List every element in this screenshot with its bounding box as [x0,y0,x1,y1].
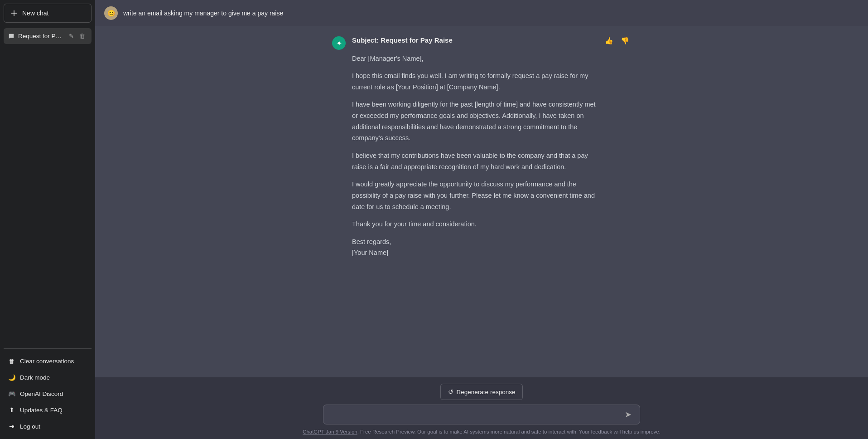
sidebar-divider [4,348,92,349]
conversation-actions: ✎ 🗑 [67,32,87,40]
sidebar-item-dark-label: Dark mode [20,374,50,381]
footer-text: ChatGPT Jan 9 Version. Free Research Pre… [303,429,661,437]
response-para-2: I have been working diligently for the p… [352,99,597,144]
response-area: ✦ Subject: Request for Pay Raise Dear [M… [95,26,868,377]
response-feedback: 👍 👎 [603,36,631,45]
response-para-1: I hope this email finds you well. I am w… [352,70,597,93]
user-message-bar: 😊 write an email asking my manager to gi… [95,0,868,26]
response-para-6: Best regards,[Your Name] [352,236,597,259]
sidebar-item-updates[interactable]: ⬆ Updates & FAQ [4,402,92,418]
response-para-4: I would greatly appreciate the opportuni… [352,179,597,212]
response-para-0: Dear [Manager's Name], [352,53,597,64]
chat-icon [8,33,14,39]
logout-icon: ⇥ [8,423,15,430]
thumbs-down-button[interactable]: 👎 [619,36,631,45]
response-para-5: Thank you for your time and consideratio… [352,219,597,230]
conversation-list: Request for Pay Raise ✎ 🗑 [0,26,95,346]
user-avatar: 😊 [104,6,118,20]
footer-description: . Free Research Preview. Our goal is to … [357,429,661,434]
new-chat-label: New chat [22,10,48,17]
footer-link[interactable]: ChatGPT Jan 9 Version [303,429,357,434]
sidebar-item-dark[interactable]: 🌙 Dark mode [4,369,92,385]
sidebar-item-clear[interactable]: 🗑 Clear conversations [4,353,92,369]
conversation-item[interactable]: Request for Pay Raise ✎ 🗑 [4,28,92,44]
input-row: ➤ [323,405,640,424]
conversation-label: Request for Pay Raise [18,33,63,39]
sidebar-item-logout-label: Log out [20,423,40,430]
response-header: ✦ Subject: Request for Pay Raise Dear [M… [332,35,631,265]
regenerate-icon: ↺ [448,388,453,395]
send-button[interactable]: ➤ [623,410,633,419]
sidebar-item-clear-label: Clear conversations [20,358,74,365]
openai-logo-icon: ✦ [336,39,342,48]
chat-input[interactable] [330,410,618,419]
plus-icon [10,10,18,17]
sidebar-bottom: 🗑 Clear conversations 🌙 Dark mode 🎮 Open… [0,351,95,439]
sidebar: New chat Request for Pay Raise ✎ 🗑 🗑 Cle… [0,0,95,439]
ai-avatar: ✦ [332,36,346,50]
updates-icon: ⬆ [8,406,15,414]
response-para-3: I believe that my contributions have bee… [352,150,597,172]
response-body: Dear [Manager's Name], I hope this email… [352,53,597,259]
sidebar-item-discord[interactable]: 🎮 OpenAI Discord [4,385,92,402]
clear-icon: 🗑 [8,358,15,365]
bottom-area: ↺ Regenerate response ➤ ChatGPT Jan 9 Ve… [95,377,868,439]
thumbs-up-button[interactable]: 👍 [603,36,615,45]
response-inner: ✦ Subject: Request for Pay Raise Dear [M… [323,35,640,265]
edit-conversation-button[interactable]: ✎ [67,32,76,40]
sidebar-item-logout[interactable]: ⇥ Log out [4,418,92,434]
main-content: 😊 write an email asking my manager to gi… [95,0,868,439]
dark-mode-icon: 🌙 [8,374,15,381]
discord-icon: 🎮 [8,390,15,397]
user-message-text: write an email asking my manager to give… [123,9,283,18]
sidebar-item-updates-label: Updates & FAQ [20,407,63,414]
response-subject: Subject: Request for Pay Raise [352,35,597,46]
response-content: Subject: Request for Pay Raise Dear [Man… [352,35,597,265]
sidebar-item-discord-label: OpenAI Discord [20,390,63,397]
regenerate-button[interactable]: ↺ Regenerate response [440,384,523,400]
delete-conversation-button[interactable]: 🗑 [77,32,87,40]
new-chat-button[interactable]: New chat [4,4,92,23]
send-icon: ➤ [625,410,632,419]
regenerate-label: Regenerate response [457,389,516,395]
